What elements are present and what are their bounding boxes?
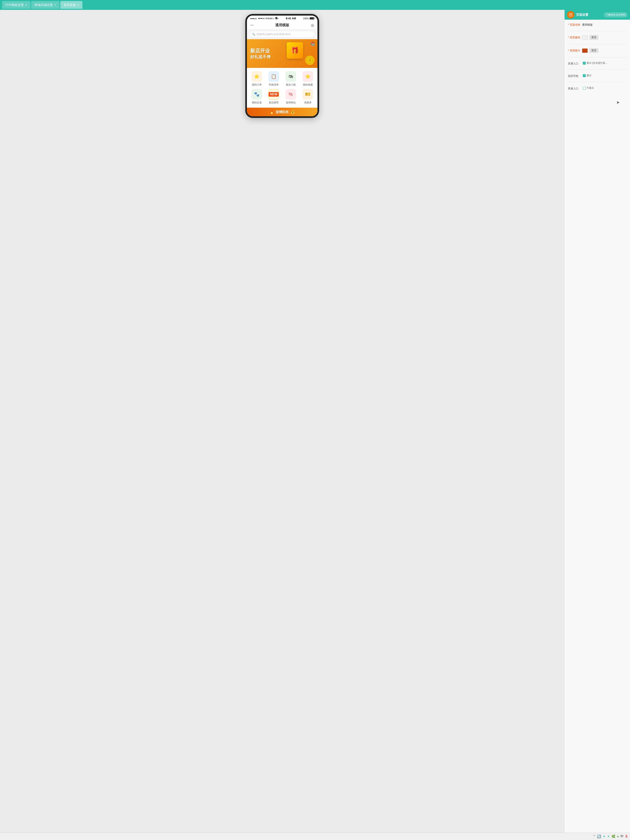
recent-orders-icon: 🛍: [286, 71, 296, 82]
taskbar-refresh-icon[interactable]: 🔄: [597, 834, 601, 838]
tab-store-settings[interactable]: 商城店铺设置 ✕: [31, 1, 60, 9]
menu-item-coupons[interactable]: 🎫 优惠券: [300, 89, 316, 104]
bg-image-swatch[interactable]: [582, 48, 588, 53]
page-settings-label: 页面设置: [576, 13, 588, 17]
taskbar-diamond-icon[interactable]: ♦: [617, 835, 619, 838]
banner-line1: 新店开业: [250, 47, 271, 54]
customer-service-hide-option[interactable]: 不显示: [583, 86, 594, 90]
hamburger-line: [569, 14, 573, 15]
target-icon: ◎: [311, 23, 314, 27]
my-orders-icon-wrapper: ⭐: [251, 71, 262, 82]
divider: [568, 57, 627, 57]
phone-mockup: ●●●oo ●●●oo chanjet ᵾ ᲼ᵾ 9:41 AM 100% ••…: [245, 14, 319, 118]
hamburger-line: [569, 13, 573, 14]
taskbar: ⌃ 🔄 ✦ ✦ 🌿 ♦ 中 S: [0, 833, 630, 840]
recent-orders-icon-wrapper: 🛍: [286, 71, 296, 82]
promo-label: 促销商品: [286, 101, 296, 104]
banner-container: ⛶ 新店开业 好礼送不停 🎁 ¥ 📚: [247, 39, 317, 68]
menu-item-frequent[interactable]: 📋 常购清单: [265, 71, 282, 87]
frequent-label: 常购清单: [269, 83, 279, 87]
menu-item-promo[interactable]: % 促销商品: [283, 89, 299, 104]
search-area: 🔍 搜索商品编码/名称/规格/条码: [247, 29, 317, 39]
battery-icon: [309, 17, 314, 19]
my-orders-icon: ⭐: [251, 71, 262, 82]
menu-item-favorites[interactable]: ⭐ 我的收藏: [300, 71, 316, 87]
coupons-icon-wrapper: 🎫: [303, 89, 313, 99]
my-orders-label: 我的订单: [252, 83, 262, 87]
coupons-icon: 🎫: [303, 89, 313, 99]
taskbar-leaf-icon[interactable]: 🌿: [611, 834, 616, 838]
tab-close-icon[interactable]: ✕: [25, 3, 27, 6]
coupons-label: 优惠券: [304, 101, 311, 104]
book-icon: 📚: [310, 41, 316, 46]
direct-entry-show-label: 显示 (仅当进行直...: [587, 61, 607, 65]
help-button[interactable]: 了解更多点击帮助: [604, 12, 628, 17]
direct-entry-checkbox[interactable]: ✓: [583, 62, 586, 65]
bg-color-swatch[interactable]: [582, 35, 588, 40]
favorites-icon: ⭐: [303, 71, 313, 82]
bottom-nav-checkbox[interactable]: ✓: [583, 74, 586, 77]
taskbar-star-icon[interactable]: ✦: [603, 834, 605, 838]
settings-body: * 页面名称 通用模版 * 背景颜色 重置 * 背景图片 重置 直播入口: [565, 20, 630, 94]
menu-grid: ⭐ 我的订单 📋 常购清单: [249, 71, 316, 104]
customer-service-checkbox[interactable]: [583, 87, 586, 90]
tab-close-icon[interactable]: ✕: [77, 3, 79, 6]
direct-entry-label: 直播入口: [568, 61, 581, 65]
bottom-nav-row: 底部导航 ✓ 显示: [568, 74, 627, 78]
tab-close-icon[interactable]: ✕: [54, 3, 56, 6]
left-panel: ●●●oo ●●●oo chanjet ᵾ ᲼ᵾ 9:41 AM 100% ••…: [0, 10, 564, 840]
banner-line2: 好礼送不停: [250, 54, 271, 60]
new-products-label: 新品推荐: [269, 101, 279, 104]
hamburger-button[interactable]: [567, 11, 575, 19]
promo-bottom-banner: 🔥 促销狂欢 💰: [247, 108, 317, 116]
taskbar-star2-icon[interactable]: ✦: [607, 834, 610, 838]
menu-item-my-orders[interactable]: ⭐ 我的订单: [249, 71, 265, 87]
footprint-icon: 🐾: [251, 89, 262, 99]
search-box[interactable]: 🔍 搜索商品编码/名称/规格/条码: [249, 31, 315, 38]
frequent-icon-wrapper: 📋: [268, 71, 279, 82]
bg-image-label: * 背景图片: [568, 49, 580, 52]
bottom-nav-show-option[interactable]: ✓ 显示: [583, 74, 591, 77]
banner-text: 新店开业 好礼送不停: [250, 47, 271, 60]
signal-dots: ●●●oo: [250, 17, 257, 20]
bg-image-reset-button[interactable]: 重置: [589, 48, 598, 53]
page-name-row: * 页面名称 通用模版: [568, 23, 627, 27]
tab-homepage-decor[interactable]: 首页装修 ✕: [60, 1, 82, 9]
taskbar-s-icon[interactable]: S: [625, 835, 628, 838]
taskbar-icons: ⌃ 🔄 ✦ ✦ 🌿 ♦ 中 S: [593, 834, 628, 838]
taskbar-chevron-up[interactable]: ⌃: [593, 834, 595, 838]
divider: [568, 82, 627, 82]
footprint-icon-wrapper: 🐾: [251, 89, 262, 99]
tab-print-settings[interactable]: 打印模板设置 ✕: [2, 1, 30, 9]
menu-item-footprint[interactable]: 🐾 我的足迹: [249, 89, 265, 104]
checkmark-icon: ✓: [583, 74, 585, 77]
bottom-nav-label: 底部导航: [568, 74, 581, 78]
carrier-name: ●●●oo chanjet ᵾ: [258, 17, 275, 20]
main-area: ●●●oo ●●●oo chanjet ᵾ ᲼ᵾ 9:41 AM 100% ••…: [0, 10, 630, 840]
menu-item-recent-orders[interactable]: 🛍 最近订购: [283, 71, 299, 87]
bottom-nav-content: ✓ 显示: [583, 74, 591, 77]
gift-decoration: 🎁 ¥ 📚: [283, 41, 316, 66]
status-time: 9:41 AM: [286, 17, 296, 20]
customer-service-label: 客服入口: [568, 86, 581, 90]
status-left: ●●●oo ●●●oo chanjet ᵾ ᲼ᵾ: [250, 17, 279, 20]
taskbar-language-icon[interactable]: 中: [621, 834, 624, 838]
menu-item-new-products[interactable]: NEW 新品推荐: [265, 89, 282, 104]
new-products-icon-wrapper: NEW: [268, 89, 279, 99]
right-top-bar: 页面设置 了解更多点击帮助: [565, 10, 630, 20]
customer-service-row: 客服入口 不显示: [568, 86, 627, 90]
banner-decoration: 🎁 ¥ 📚: [281, 39, 317, 68]
bg-color-reset-button[interactable]: 重置: [589, 35, 598, 40]
customer-service-hide-label: 不显示: [587, 86, 594, 90]
battery-pct: 100%: [303, 17, 309, 20]
status-right: 100%: [303, 17, 314, 20]
divider: [568, 31, 627, 31]
search-icon: 🔍: [252, 33, 255, 36]
app-title: 通用模版: [254, 23, 311, 27]
direct-entry-content: ✓ 显示 (仅当进行直...: [583, 61, 607, 65]
bottom-nav-show-label: 显示: [587, 74, 591, 77]
promo-icon-wrapper: %: [286, 89, 296, 99]
dots-icon: •••: [250, 24, 254, 27]
page-name-label: * 页面名称: [568, 23, 580, 27]
direct-entry-show-option[interactable]: ✓ 显示 (仅当进行直...: [583, 61, 607, 65]
